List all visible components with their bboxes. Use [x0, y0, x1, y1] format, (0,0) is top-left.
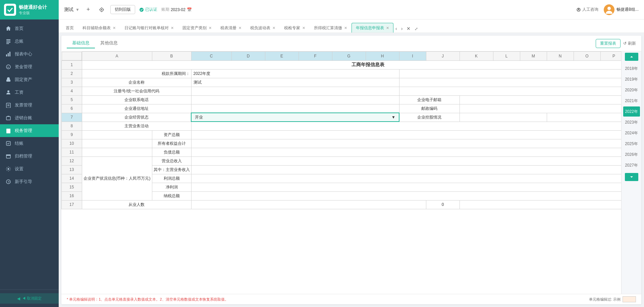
tab-close-annual-report[interactable]: ✕: [386, 26, 389, 30]
cell-9-val[interactable]: [191, 130, 621, 139]
row-num-14[interactable]: 14: [62, 174, 82, 183]
row-num-17[interactable]: 17: [62, 200, 82, 209]
cell-7-dropdown[interactable]: 开业 ▼: [191, 113, 399, 122]
cell-6-j-label[interactable]: 邮政编码: [399, 104, 460, 113]
cell-9-a[interactable]: [82, 130, 152, 139]
row-num-16[interactable]: 16: [62, 191, 82, 200]
sidebar-collapse-btn[interactable]: ◀ ◀ 取消固定: [0, 293, 59, 304]
add-button[interactable]: +: [84, 5, 93, 14]
sidebar-item-guide[interactable]: ? 新手引导: [0, 175, 59, 188]
cell-title[interactable]: 工商年报信息表: [82, 60, 621, 69]
tab-close-fixed-assets[interactable]: ✕: [209, 26, 212, 30]
sidebar-item-inventory[interactable]: 进销台账: [0, 112, 59, 124]
sidebar-item-assets[interactable]: 固定资产: [0, 73, 59, 86]
cell-5-j-label[interactable]: 企业电子邮箱: [399, 95, 460, 104]
cell-5-j-val[interactable]: [460, 95, 621, 104]
col-header-e[interactable]: E: [265, 52, 299, 61]
reset-btn[interactable]: 重置报表: [596, 39, 621, 48]
cell-5-label[interactable]: 企业联系电话: [82, 95, 191, 104]
col-header-d[interactable]: D: [231, 52, 265, 61]
tab-home[interactable]: 首页: [61, 23, 78, 33]
year-item-2024[interactable]: 2024年: [623, 128, 640, 138]
sidebar-item-archive[interactable]: 归档管理: [0, 150, 59, 163]
sidebar-item-home[interactable]: 首页: [0, 22, 59, 35]
sidebar-item-ledger[interactable]: 总账: [0, 35, 59, 48]
tab-close-all-btn[interactable]: ✕: [405, 25, 413, 33]
tab-fixed-assets[interactable]: 固定资产类别 ✕: [178, 23, 216, 33]
spreadsheet-wrapper[interactable]: A B C D E F G H I J: [61, 51, 621, 294]
col-header-o[interactable]: O: [574, 52, 600, 61]
year-item-2027[interactable]: 2027年: [623, 160, 640, 170]
cell-6-j-val[interactable]: [460, 104, 621, 113]
col-header-g[interactable]: G: [332, 52, 366, 61]
cell-4-rest[interactable]: [399, 87, 621, 95]
year-item-2021[interactable]: 2021年: [623, 96, 640, 106]
cell-10-b[interactable]: 所有者权益合计: [152, 139, 191, 148]
cell-17-val[interactable]: [191, 200, 426, 209]
col-header-j[interactable]: J: [426, 52, 460, 61]
cell-7-label[interactable]: 企业经营状态: [82, 113, 191, 122]
cell-6-val[interactable]: [191, 104, 399, 113]
tab-balance[interactable]: 科目辅助余额表 ✕: [78, 23, 120, 33]
cell-6-label[interactable]: 企业通信地址: [82, 104, 191, 113]
row-num-13[interactable]: 13: [62, 165, 82, 174]
cell-7-j-label[interactable]: 企业控股情况: [399, 113, 460, 122]
cell-17-rest[interactable]: [460, 200, 621, 209]
cell-10-val[interactable]: [191, 139, 621, 148]
col-header-p[interactable]: P: [600, 52, 621, 61]
cell-4-label[interactable]: 注册号/统一社会信用代码: [82, 87, 191, 95]
col-header-m[interactable]: M: [520, 52, 547, 61]
tab-next-btn[interactable]: ›: [399, 25, 405, 33]
tab-journal[interactable]: 日记账与银行对账单核对 ✕: [120, 23, 178, 33]
col-header-h[interactable]: H: [366, 52, 399, 61]
year-item-2020[interactable]: 2020年: [623, 85, 640, 95]
cell-7-right-val[interactable]: 私营企业: [547, 113, 621, 122]
sidebar-item-funds[interactable]: ¥ 资金管理: [0, 60, 59, 73]
cell-17-j[interactable]: 0: [426, 200, 460, 209]
cell-7-j-val[interactable]: [460, 113, 547, 122]
year-item-2019[interactable]: 2019年: [623, 74, 640, 84]
cell-13-val[interactable]: [191, 165, 621, 174]
cell-15-b[interactable]: 净利润: [152, 183, 191, 191]
tab-close-income-tax[interactable]: ✕: [344, 26, 347, 30]
cell-12-b[interactable]: 营业总收入: [152, 157, 191, 165]
tab-close-tax-burden[interactable]: ✕: [272, 26, 275, 30]
col-header-c[interactable]: C: [191, 52, 231, 61]
cell-16-b[interactable]: 纳税总额: [152, 191, 191, 200]
sidebar-item-closing[interactable]: 结账: [0, 137, 59, 150]
row-num-4[interactable]: 4: [62, 87, 82, 95]
cell-3-label[interactable]: 企业名称: [82, 78, 191, 87]
cell-16-val[interactable]: [191, 191, 621, 200]
cell-2-j[interactable]: [399, 69, 621, 78]
tab-tax-forms[interactable]: 税表清册 ✕: [216, 23, 246, 33]
row-num-3[interactable]: 3: [62, 78, 82, 87]
tab-income-tax[interactable]: 所得税汇算清缴 ✕: [310, 23, 352, 33]
row-num-12[interactable]: 12: [62, 157, 82, 165]
cell-5-val[interactable]: [191, 95, 399, 104]
sidebar-item-settings[interactable]: 设置: [0, 163, 59, 175]
col-header-f[interactable]: F: [299, 52, 332, 61]
tab-expand-btn[interactable]: ⤢: [413, 25, 420, 33]
year-up-btn[interactable]: [625, 53, 638, 61]
row-num-10[interactable]: 10: [62, 139, 82, 148]
cell-12-a[interactable]: 企业资产状况信息(币种：人民币万元): [82, 157, 152, 200]
year-item-2018[interactable]: 2018年: [623, 63, 640, 74]
cell-15-val[interactable]: [191, 183, 621, 191]
cell-11-a[interactable]: [82, 148, 152, 157]
tab-tax-expert[interactable]: 税检专家 ✕: [280, 23, 310, 33]
row-num-7[interactable]: 7: [62, 113, 82, 122]
row-num-8[interactable]: 8: [62, 122, 82, 130]
sheet-tab-other[interactable]: 其他信息: [95, 38, 123, 48]
year-item-2025[interactable]: 2025年: [623, 139, 640, 149]
cell-13-b[interactable]: 其中：主营业务收入: [152, 165, 191, 174]
cell-8-val[interactable]: [191, 122, 621, 130]
row-num-11[interactable]: 11: [62, 148, 82, 157]
cell-12-val[interactable]: [191, 157, 621, 165]
col-header-b[interactable]: B: [152, 52, 191, 61]
sidebar-item-reports[interactable]: 报表中心: [0, 48, 59, 60]
cell-11-b[interactable]: 负债总额: [152, 148, 191, 157]
cell-2-a[interactable]: 税款所属期间：: [82, 69, 191, 78]
old-version-button[interactable]: 切到旧版: [110, 5, 135, 14]
sidebar-item-tax[interactable]: 税务管理: [0, 124, 59, 137]
col-header-i[interactable]: I: [399, 52, 426, 61]
